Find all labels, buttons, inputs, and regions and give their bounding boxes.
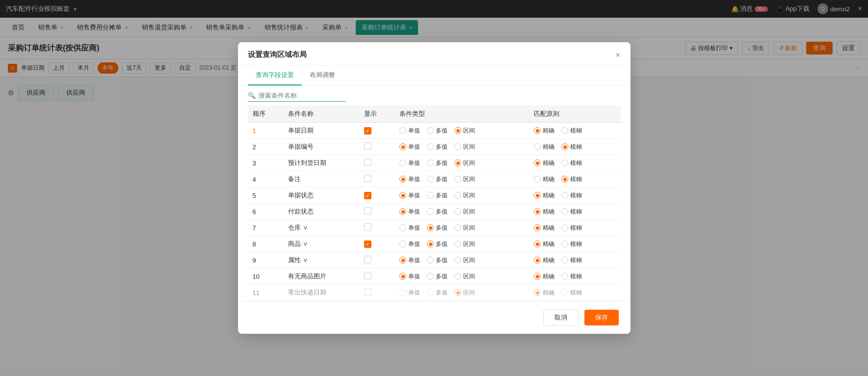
type-radio-range[interactable]: 区间 [454,208,475,216]
radio-label: 模糊 [570,159,582,167]
radio-label: 多值 [436,191,447,200]
tab-layout-adjust[interactable]: 布局调整 [302,66,343,85]
type-radio-range[interactable]: 区间 [454,127,475,135]
match-radio-exact[interactable]: 精确 [534,143,554,151]
type-radio-range[interactable]: 区间 [454,175,475,184]
type-radio-single[interactable]: 单值 [399,289,420,297]
type-radio-multi[interactable]: 多值 [427,272,447,281]
display-checkbox[interactable] [364,223,371,231]
type-radio-multi[interactable]: 多值 [427,143,447,151]
type-radio-single[interactable]: 单值 [399,240,420,248]
match-radio-exact[interactable]: 精确 [534,191,554,200]
match-radio-exact[interactable]: 精确 [534,224,554,232]
type-radio-single[interactable]: 单值 [399,224,420,232]
type-radio-multi[interactable]: 多值 [427,240,447,248]
radio-circle [454,176,461,183]
type-radio-single[interactable]: 单值 [399,191,420,200]
cancel-button[interactable]: 取消 [543,309,579,326]
type-radio-multi[interactable]: 多值 [427,175,447,184]
match-radio-fuzzy[interactable]: 模糊 [561,256,582,265]
radio-label: 单值 [408,191,420,200]
cell-display[interactable] [359,269,395,285]
radio-label: 模糊 [570,127,582,135]
match-radio-exact[interactable]: 精确 [534,240,554,248]
type-radio-single[interactable]: 单值 [399,256,420,265]
type-radio-range[interactable]: 区间 [454,240,475,248]
radio-label: 单值 [408,289,420,297]
display-checkbox[interactable] [364,207,371,215]
type-radio-single[interactable]: 单值 [399,175,420,184]
cell-display[interactable] [359,171,395,188]
cell-display[interactable] [359,188,395,204]
match-radio-exact[interactable]: 精确 [534,272,554,281]
radio-circle [399,289,406,296]
type-radio-multi[interactable]: 多值 [427,224,447,232]
type-radio-single[interactable]: 单值 [399,272,420,281]
type-radio-range[interactable]: 区间 [454,159,475,167]
type-radio-single[interactable]: 单值 [399,208,420,216]
cell-display[interactable] [359,204,395,220]
cell-display[interactable] [359,220,395,236]
display-checkbox[interactable] [364,288,371,295]
type-radio-range[interactable]: 区间 [454,289,475,297]
type-radio-range[interactable]: 区间 [454,224,475,232]
type-radio-range[interactable]: 区间 [454,272,475,281]
search-input[interactable] [259,92,346,99]
type-radio-range[interactable]: 区间 [454,191,475,200]
cell-name: 有无商品图片 [283,269,359,285]
save-button[interactable]: 保存 [584,310,619,325]
display-checkbox[interactable] [364,272,371,279]
type-radio-single[interactable]: 单值 [399,159,420,167]
display-checkbox[interactable] [364,127,371,134]
radio-circle [561,208,568,215]
display-checkbox[interactable] [364,256,371,263]
cell-display[interactable] [359,285,395,301]
match-radio-exact[interactable]: 精确 [534,175,554,184]
type-radio-range[interactable]: 区间 [454,256,475,265]
type-radio-range[interactable]: 区间 [454,143,475,151]
match-radio-fuzzy[interactable]: 模糊 [561,224,582,232]
type-radio-multi[interactable]: 多值 [427,208,447,216]
type-radio-multi[interactable]: 多值 [427,191,447,200]
cell-display[interactable] [359,123,395,139]
type-radio-single[interactable]: 单值 [399,143,420,151]
display-checkbox[interactable] [364,142,371,150]
radio-label: 单值 [408,240,420,248]
cell-match: 精确模糊 [529,285,620,301]
dialog-close-btn[interactable]: × [615,51,621,59]
match-radio-fuzzy[interactable]: 模糊 [561,208,582,216]
type-radio-single[interactable]: 单值 [399,127,420,135]
type-radio-multi[interactable]: 多值 [427,289,447,297]
match-radio-fuzzy[interactable]: 模糊 [561,159,582,167]
display-checkbox[interactable] [364,192,371,199]
radio-label: 多值 [436,272,447,281]
type-radio-multi[interactable]: 多值 [427,256,447,265]
radio-label: 区间 [463,159,475,167]
match-radio-exact[interactable]: 精确 [534,127,554,135]
cell-display[interactable] [359,252,395,269]
cell-name: 仓库 ∨ [283,220,359,236]
match-radio-fuzzy[interactable]: 模糊 [561,127,582,135]
display-checkbox[interactable] [364,241,371,248]
type-radio-multi[interactable]: 多值 [427,159,447,167]
settings-dialog: 设置查询区域布局 × 查询字段设置 布局调整 🔍 顺序 [238,42,631,334]
type-radio-multi[interactable]: 多值 [427,127,447,135]
match-radio-exact[interactable]: 精确 [534,159,554,167]
match-radio-exact[interactable]: 精确 [534,289,554,297]
match-radio-fuzzy[interactable]: 模糊 [561,175,582,184]
match-radio-exact[interactable]: 精确 [534,256,554,265]
match-radio-fuzzy[interactable]: 模糊 [561,143,582,151]
display-checkbox[interactable] [364,175,371,182]
match-radio-fuzzy[interactable]: 模糊 [561,191,582,200]
radio-circle [399,241,406,247]
cell-display[interactable] [359,139,395,155]
match-radio-exact[interactable]: 精确 [534,208,554,216]
cell-display[interactable] [359,236,395,252]
radio-label: 区间 [463,127,475,135]
display-checkbox[interactable] [364,159,371,166]
tab-query-field[interactable]: 查询字段设置 [248,66,302,85]
match-radio-fuzzy[interactable]: 模糊 [561,289,582,297]
match-radio-fuzzy[interactable]: 模糊 [561,272,582,281]
match-radio-fuzzy[interactable]: 模糊 [561,240,582,248]
cell-display[interactable] [359,155,395,171]
